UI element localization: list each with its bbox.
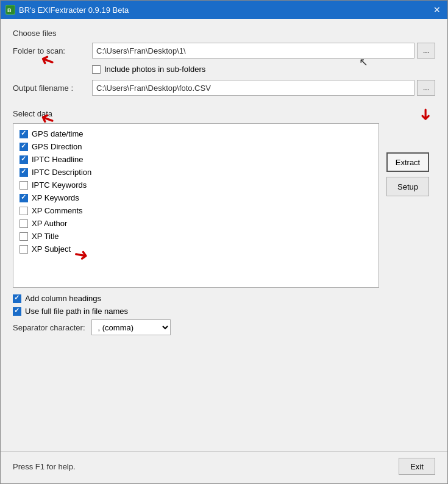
main-window: B BR's EXIFextracter 0.9.19 Beta ✕ ➜ ↖ C… [0, 0, 448, 484]
list-item: IPTC Description [16, 166, 376, 179]
output-filename-row: Output filename : ... [13, 80, 435, 96]
choose-files-section: Choose files Folder to scan: ... Include… [13, 29, 435, 102]
close-button[interactable]: ✕ [432, 4, 443, 15]
list-item: XP Comments [16, 204, 376, 217]
checklist-checkbox-xp_title[interactable] [20, 232, 28, 241]
checklist-checkbox-xp_keywords[interactable] [20, 194, 28, 202]
checklist-checkbox-gps_datetime[interactable] [20, 130, 28, 138]
app-icon: B [5, 5, 15, 15]
window-title: BR's EXIFextracter 0.9.19 Beta [19, 5, 432, 15]
list-item: GPS date/time [16, 127, 376, 140]
list-item: XP Keywords [16, 191, 376, 204]
checklist-checkbox-xp_comments[interactable] [20, 207, 28, 215]
checklist-label-xp_title: XP Title [32, 232, 59, 241]
checklist-checkbox-xp_subject[interactable] [20, 245, 28, 254]
list-item: XP Subject [16, 243, 376, 255]
folder-scan-label: Folder to scan: [13, 46, 92, 55]
checklist-label-gps_direction: GPS Direction [32, 142, 82, 151]
output-browse-button[interactable]: ... [417, 80, 435, 96]
extract-button[interactable]: Extract [386, 152, 429, 172]
checklist-label-iptc_keywords: IPTC Keywords [32, 180, 87, 190]
include-subfolders-row: Include photos in sub-folders [92, 65, 435, 74]
list-item: GPS Direction [16, 140, 376, 153]
include-subfolders-checkbox[interactable] [92, 65, 101, 74]
content-area: ➜ ↖ Choose files Folder to scan: ... Inc… [1, 19, 447, 451]
checklist-checkbox-iptc_description[interactable] [20, 168, 28, 177]
exit-button[interactable]: Exit [399, 458, 435, 475]
list-item: IPTC Headline [16, 153, 376, 166]
checklist-label-xp_author: XP Author [32, 219, 67, 228]
svg-text:B: B [7, 7, 12, 13]
add-column-headings-row: Add column headings [13, 294, 379, 303]
checklist-checkbox-gps_direction[interactable] [20, 143, 28, 151]
add-column-headings-checkbox[interactable] [13, 294, 21, 303]
checklist-label-xp_comments: XP Comments [32, 206, 83, 215]
main-area: GPS date/timeGPS DirectionIPTC HeadlineI… [13, 123, 435, 441]
list-item: XP Title [16, 230, 376, 243]
checklist-label-xp_subject: XP Subject [32, 244, 71, 254]
help-text: Press F1 for help. [13, 462, 76, 471]
bottom-options: Add column headings Use full file path i… [13, 294, 379, 335]
folder-scan-input[interactable] [92, 43, 414, 59]
title-bar: B BR's EXIFextracter 0.9.19 Beta ✕ [1, 1, 447, 19]
add-column-headings-label: Add column headings [25, 294, 101, 303]
left-panel: GPS date/timeGPS DirectionIPTC HeadlineI… [13, 123, 379, 441]
checklist-label-xp_keywords: XP Keywords [32, 193, 79, 202]
use-full-path-row: Use full file path in file names [13, 307, 379, 316]
right-panel: ➜ Extract Setup [386, 123, 435, 441]
checklist-checkbox-iptc_headline[interactable] [20, 155, 28, 164]
checklist-label-iptc_description: IPTC Description [32, 168, 91, 177]
folder-scan-row: Folder to scan: ... [13, 43, 435, 59]
checklist-label-gps_datetime: GPS date/time [32, 129, 84, 138]
checklist-checkbox-xp_author[interactable] [20, 219, 28, 228]
setup-button[interactable]: Setup [386, 177, 429, 196]
output-filename-label: Output filename : [13, 84, 92, 93]
separator-select[interactable]: , (comma) ; (semicolon) Tab [91, 319, 171, 335]
footer: Press F1 for help. Exit [1, 451, 447, 483]
output-filename-input[interactable] [92, 80, 414, 96]
use-full-path-label: Use full file path in file names [25, 307, 128, 316]
checklist-container[interactable]: GPS date/timeGPS DirectionIPTC HeadlineI… [13, 123, 379, 288]
choose-files-label: Choose files [13, 29, 435, 38]
list-item: XP Author [16, 217, 376, 230]
separator-row: Separator character: , (comma) ; (semico… [13, 319, 379, 335]
checklist-checkbox-iptc_keywords[interactable] [20, 181, 28, 190]
use-full-path-checkbox[interactable] [13, 307, 21, 316]
separator-label: Separator character: [13, 323, 85, 332]
select-data-section: Select data GPS date/timeGPS DirectionIP… [13, 109, 435, 441]
include-subfolders-label: Include photos in sub-folders [104, 65, 205, 74]
list-item: IPTC Keywords [16, 179, 376, 191]
folder-scan-browse-button[interactable]: ... [417, 43, 435, 59]
select-data-label: Select data [13, 109, 435, 118]
arrow-extract: ➜ [416, 108, 435, 121]
checklist-label-iptc_headline: IPTC Headline [32, 155, 84, 164]
